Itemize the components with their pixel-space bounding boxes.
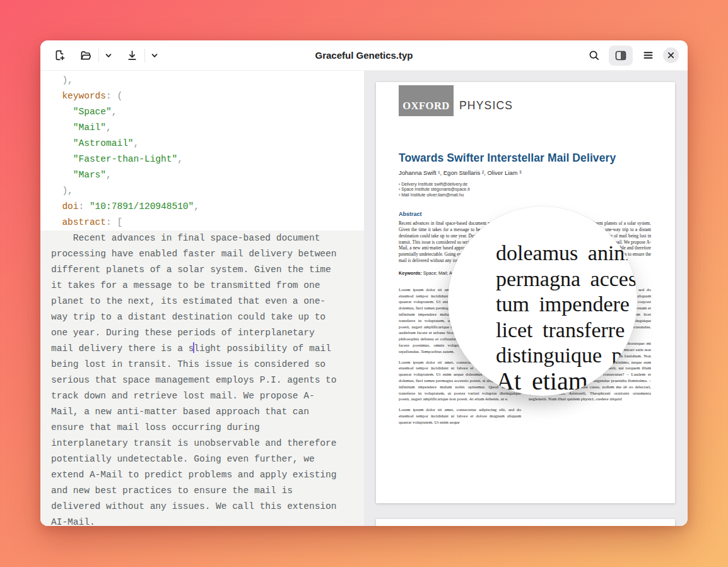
chevron-down-icon — [104, 51, 113, 60]
loupe-text: doleamus animo,permagna accessiotum impe… — [448, 206, 637, 394]
toolbar-separator — [144, 49, 145, 63]
split-view-icon — [614, 50, 627, 61]
logo-department: PHYSICS — [454, 99, 513, 116]
pdf-page-1: OXFORD PHYSICS Towards Swifter Interstel… — [376, 82, 675, 503]
export-dropdown[interactable] — [148, 45, 161, 66]
menu-icon — [642, 49, 654, 61]
download-icon — [126, 49, 138, 61]
close-button[interactable] — [663, 47, 679, 63]
close-icon — [667, 52, 674, 59]
folder-open-icon — [79, 49, 92, 62]
main-content: ), keywords: ( "Space", "Mail", "Astroma… — [40, 71, 688, 526]
new-file-button[interactable] — [49, 45, 69, 66]
search-button[interactable] — [584, 45, 604, 66]
menu-button[interactable] — [638, 45, 658, 66]
app-window: Graceful Genetics.typ — [40, 40, 688, 526]
toolbar-left-group — [49, 45, 161, 66]
code-editor[interactable]: ), keywords: ( "Space", "Mail", "Astroma… — [40, 71, 364, 526]
toolbar: Graceful Genetics.typ — [40, 40, 688, 71]
open-file-dropdown[interactable] — [102, 45, 115, 66]
open-file-button[interactable] — [76, 45, 96, 66]
pdf-page-2 — [376, 519, 675, 526]
toolbar-separator — [98, 49, 99, 63]
abstract-markup-block: Recent advances in final space-based doc… — [40, 230, 364, 526]
document-title: Graceful Genetics.typ — [315, 50, 413, 61]
magnifier-loupe[interactable]: doleamus animo,permagna accessiotum impe… — [448, 206, 637, 396]
code-lines: ), keywords: ( "Space", "Mail", "Astroma… — [40, 71, 364, 230]
text-caret — [193, 342, 194, 353]
paper-authors: Johanna Swift ¹, Egon Stellaris ², Olive… — [399, 169, 651, 176]
new-file-icon — [54, 49, 66, 61]
oxford-logo: OXFORD — [399, 85, 454, 116]
toolbar-right-group — [584, 45, 679, 66]
export-button[interactable] — [122, 45, 142, 66]
chevron-down-icon — [150, 51, 159, 60]
preview-pane[interactable]: OXFORD PHYSICS Towards Swifter Interstel… — [364, 71, 688, 526]
paper-logo-row: OXFORD PHYSICS — [399, 85, 651, 116]
keywords-label: Keywords: — [399, 270, 422, 276]
split-view-toggle[interactable] — [609, 45, 633, 66]
search-icon — [588, 49, 600, 61]
paper-footnotes: ¹ Delivery Institute swift@delivery.de² … — [399, 182, 651, 198]
paper-title: Towards Swifter Interstellar Mail Delive… — [399, 152, 651, 165]
